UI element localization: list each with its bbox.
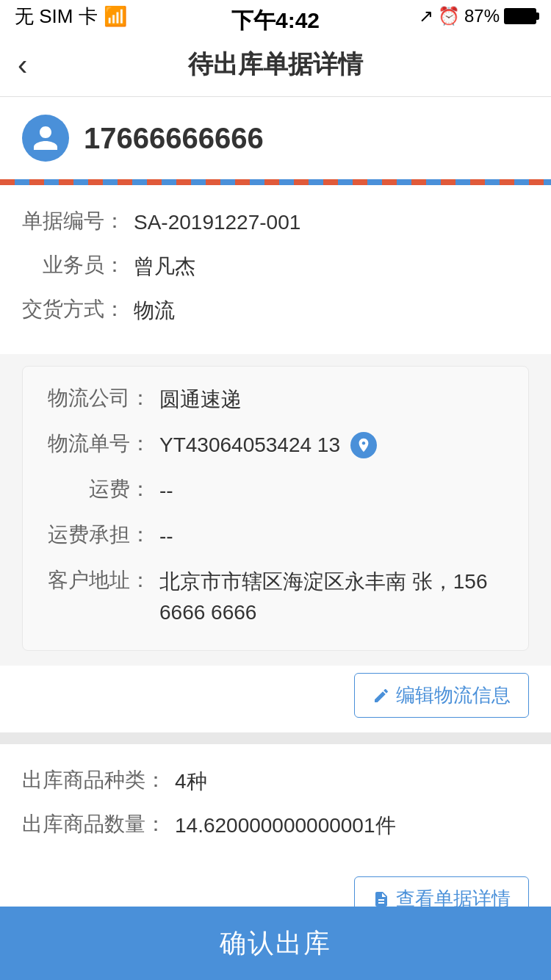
freight-bearer-label: 运费承担： (40, 521, 151, 549)
tracking-number-row: 物流单号： YT43064053424 13 (40, 430, 511, 461)
goods-types-row: 出库商品种类： 4种 (22, 766, 529, 797)
goods-section: 出库商品种类： 4种 出库商品数量： 14.620000000000001件 (0, 744, 551, 869)
nav-bar: ‹ 待出库单据详情 (0, 32, 551, 97)
order-number-row: 单据编号： SA-20191227-001 (22, 207, 529, 238)
wifi-icon: 📶 (104, 5, 127, 28)
tracking-number-value: YT43064053424 13 (159, 430, 340, 461)
address-value: 北京市市辖区海淀区永丰南 张，156 6666 6666 (159, 566, 511, 628)
goods-quantity-label: 出库商品数量： (22, 810, 166, 838)
freight-bearer-row: 运费承担： -- (40, 521, 511, 552)
salesperson-row: 业务员： 曾凡杰 (22, 251, 529, 282)
tracking-row: YT43064053424 13 (151, 430, 377, 461)
freight-row: 运费： -- (40, 475, 511, 506)
status-time: 下午4:42 (231, 6, 320, 36)
order-info-section: 单据编号： SA-20191227-001 业务员： 曾凡杰 交货方式： 物流 (0, 185, 551, 354)
edit-logistics-area: 编辑物流信息 (0, 666, 551, 732)
order-number-value: SA-20191227-001 (134, 207, 529, 238)
edit-icon (372, 687, 390, 705)
goods-types-value: 4种 (175, 766, 529, 797)
delivery-method-value: 物流 (134, 295, 529, 326)
freight-bearer-value: -- (159, 521, 511, 552)
salesperson-value: 曾凡杰 (134, 251, 529, 282)
sim-text: 无 SIM 卡 (15, 4, 98, 29)
back-button[interactable]: ‹ (18, 50, 27, 79)
freight-value: -- (159, 475, 511, 506)
logistics-company-row: 物流公司： 圆通速递 (40, 384, 511, 415)
status-left: 无 SIM 卡 📶 (15, 4, 127, 29)
goods-quantity-value: 14.620000000000001件 (175, 810, 529, 841)
edit-logistics-label: 编辑物流信息 (396, 682, 511, 708)
delivery-method-row: 交货方式： 物流 (22, 295, 529, 326)
document-icon (372, 890, 390, 908)
avatar (22, 115, 69, 162)
status-right: ↗ ⏰ 87% (419, 6, 536, 26)
customer-header: 17666666666 (0, 97, 551, 179)
goods-quantity-row: 出库商品数量： 14.620000000000001件 (22, 810, 529, 841)
address-label: 客户地址： (40, 566, 151, 594)
delivery-method-label: 交货方式： (22, 295, 125, 323)
content: 17666666666 单据编号： SA-20191227-001 业务员： 曾… (0, 97, 551, 980)
tracking-number-label: 物流单号： (40, 430, 151, 458)
logistics-company-label: 物流公司： (40, 384, 151, 412)
confirm-button[interactable]: 确认出库 (0, 907, 551, 980)
address-row: 客户地址： 北京市市辖区海淀区永丰南 张，156 6666 6666 (40, 566, 511, 628)
location-status-icon: ↗ (419, 6, 433, 26)
user-icon (31, 123, 60, 153)
customer-phone: 17666666666 (84, 122, 264, 155)
battery-icon (504, 8, 536, 24)
logistics-company-value: 圆通速递 (159, 384, 511, 415)
logistics-card: 物流公司： 圆通速递 物流单号： YT43064053424 13 运费： --… (22, 366, 529, 651)
section-divider (0, 732, 551, 744)
salesperson-label: 业务员： (22, 251, 125, 279)
order-number-label: 单据编号： (22, 207, 125, 235)
map-pin-icon[interactable] (350, 432, 377, 458)
goods-types-label: 出库商品种类： (22, 766, 166, 794)
status-bar: 无 SIM 卡 📶 下午4:42 ↗ ⏰ 87% (0, 0, 551, 32)
battery-percent: 87% (464, 6, 500, 26)
confirm-button-label: 确认出库 (220, 926, 331, 962)
freight-label: 运费： (40, 475, 151, 503)
dashed-divider (0, 179, 551, 185)
alarm-icon: ⏰ (438, 6, 460, 26)
page-title: 待出库单据详情 (188, 48, 363, 82)
edit-logistics-button[interactable]: 编辑物流信息 (354, 673, 529, 718)
